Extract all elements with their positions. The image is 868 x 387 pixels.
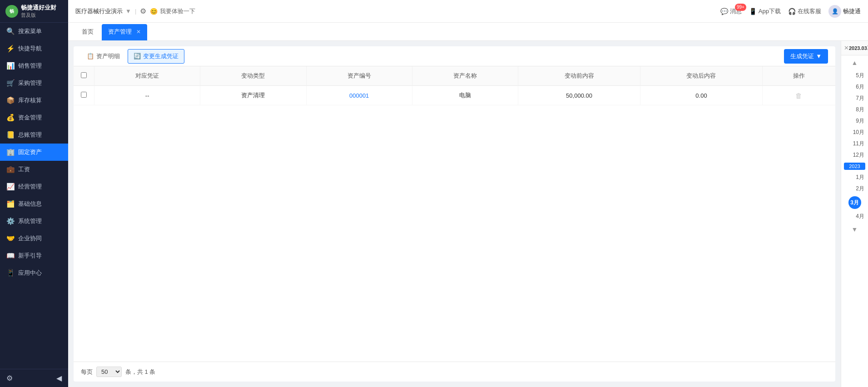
sidebar-item-sales[interactable]: 📊 销售管理: [0, 57, 68, 74]
sidebar-item-ledger[interactable]: 📒 总账管理: [0, 126, 68, 144]
subtab-right: 生成凭证 ▼: [784, 49, 828, 64]
sidebar-item-system[interactable]: ⚙️ 系统管理: [0, 213, 68, 230]
sidebar-item-label: 应用中心: [18, 269, 42, 277]
date-nav-down[interactable]: ▼: [849, 224, 860, 235]
date-panel-header: ✕ 2023.03 ⛶: [841, 41, 868, 55]
td-row-checkbox: [74, 86, 94, 105]
settings-footer-icon[interactable]: ⚙: [6, 374, 13, 382]
th-change-type: 变动类型: [200, 66, 306, 86]
sidebar-item-label: 总账管理: [18, 131, 42, 139]
customer-service-label: 在线客服: [798, 7, 821, 15]
sidebar-item-app-center[interactable]: 📱 应用中心: [0, 264, 68, 282]
avatar: 👤: [828, 5, 841, 18]
headset-icon: 🎧: [788, 8, 796, 15]
month-item-11[interactable]: 11月: [841, 138, 868, 149]
month-item-2[interactable]: 2月: [841, 183, 868, 194]
phone-icon: 📱: [749, 8, 757, 15]
experience-link[interactable]: 😊 我要体验一下: [150, 7, 195, 15]
sidebar-footer: ⚙ ◀: [0, 369, 68, 387]
cart-icon: 🛒: [6, 79, 15, 87]
customer-service-action[interactable]: 🎧 在线客服: [788, 7, 821, 15]
username: 畅捷通: [843, 7, 861, 15]
subtab-asset-detail[interactable]: 📋 资产明细: [81, 49, 126, 64]
topbar: 医疗器械行业演示 ▼ | ⚙ 😊 我要体验一下 💬 消息 99+ 📱 App下载…: [68, 0, 868, 23]
th-after-change: 变动后内容: [640, 66, 763, 86]
month-item-3-selected[interactable]: 3月: [848, 196, 861, 209]
sidebar-item-corp[interactable]: 🤝 企业协同: [0, 230, 68, 247]
th-checkbox: [74, 66, 94, 86]
delete-icon[interactable]: 🗑: [795, 92, 802, 99]
sidebar-item-label: 企业协同: [18, 234, 42, 243]
app-download-action[interactable]: 📱 App下载: [749, 7, 781, 15]
month-item-3-wrapper: 3月: [841, 194, 868, 211]
select-all-checkbox[interactable]: [81, 72, 87, 78]
month-item-1[interactable]: 1月: [841, 172, 868, 183]
message-action[interactable]: 💬 消息 99+: [720, 7, 742, 15]
sidebar-item-search[interactable]: 🔍 搜索菜单: [0, 23, 68, 40]
sidebar-item-label: 采购管理: [18, 79, 42, 87]
company-selector[interactable]: 医疗器械行业演示 ▼: [75, 7, 131, 15]
td-change-type: 资产清理: [200, 86, 306, 105]
message-badge: 99+: [735, 4, 746, 11]
sidebar-item-label: 基础信息: [18, 200, 42, 208]
th-asset-name: 资产名称: [412, 66, 518, 86]
month-item-5[interactable]: 5月: [841, 70, 868, 81]
sidebar-item-fixed-assets[interactable]: 🏢 固定资产: [0, 144, 68, 161]
money-icon: 💰: [6, 114, 15, 122]
trend-icon: 📈: [6, 183, 15, 191]
month-item-12[interactable]: 12月: [841, 149, 868, 161]
month-item-8[interactable]: 8月: [841, 104, 868, 115]
tabbar: 首页 资产管理 ✕: [68, 23, 868, 41]
sidebar-item-guide[interactable]: 📖 新手引导: [0, 247, 68, 264]
date-panel-year-label: 2023.03: [849, 45, 867, 51]
date-nav-up[interactable]: ▲: [849, 57, 860, 68]
th-action: 操作: [762, 66, 835, 86]
tab-home[interactable]: 首页: [75, 24, 100, 40]
lightning-icon: ⚡: [6, 45, 15, 53]
chevron-down-icon: ▼: [125, 8, 131, 15]
sidebar-item-quick-nav[interactable]: ⚡ 快捷导航: [0, 40, 68, 57]
month-item-4[interactable]: 4月: [841, 211, 868, 222]
sidebar-item-label: 系统管理: [18, 217, 42, 225]
gear-icon: ⚙️: [6, 217, 15, 225]
sidebar-item-fund[interactable]: 💰 资金管理: [0, 109, 68, 126]
sidebar: 畅 畅捷通好业财 普及版 🔍 搜索菜单 ⚡ 快捷导航 📊 销售管理 🛒 采购管理…: [0, 0, 68, 387]
table-footer: 每页 10 20 50 100 条，共 1 条: [74, 362, 835, 382]
sidebar-item-label: 库存核算: [18, 96, 42, 104]
generate-voucher-label: 生成凭证: [790, 52, 814, 60]
experience-icon: 😊: [150, 8, 158, 15]
user-action[interactable]: 👤 畅捷通: [828, 5, 861, 18]
subtab-change-voucher[interactable]: 🔄 变更生成凭证: [128, 49, 184, 64]
date-panel-close-icon[interactable]: ✕: [844, 45, 849, 51]
sidebar-item-inventory[interactable]: 📦 库存核算: [0, 92, 68, 109]
th-before-change: 变动前内容: [518, 66, 640, 86]
table-wrapper: 对应凭证 变动类型 资产编号 资产名称 变动前内容 变动后内容 操作: [74, 66, 835, 362]
year-badge: 2023: [844, 163, 865, 170]
page-size-label: 每页: [81, 368, 93, 376]
th-asset-code: 资产编号: [306, 66, 412, 86]
date-panel-scroll: ▲ 5月 6月 7月 8月 9月 10月 11月 12月 2023 1月 2月 …: [841, 55, 868, 387]
main-card: 📋 资产明细 🔄 变更生成凭证 生成凭证 ▼: [74, 46, 835, 382]
month-item-9[interactable]: 9月: [841, 115, 868, 127]
mobile-icon: 📱: [6, 269, 15, 277]
month-item-10[interactable]: 10月: [841, 127, 868, 138]
sidebar-item-purchase[interactable]: 🛒 采购管理: [0, 74, 68, 92]
generate-voucher-button[interactable]: 生成凭证 ▼: [784, 49, 828, 64]
topbar-settings-icon[interactable]: ⚙: [140, 7, 146, 15]
month-item-7[interactable]: 7月: [841, 93, 868, 104]
row-checkbox[interactable]: [81, 92, 87, 98]
tab-asset-mgmt[interactable]: 资产管理 ✕: [102, 24, 147, 40]
data-table: 对应凭证 变动类型 资产编号 资产名称 变动前内容 变动后内容 操作: [74, 66, 835, 105]
page-size-select[interactable]: 10 20 50 100: [96, 367, 122, 377]
sidebar-item-label: 销售管理: [18, 62, 42, 70]
month-item-6[interactable]: 6月: [841, 81, 868, 93]
main-area: 医疗器械行业演示 ▼ | ⚙ 😊 我要体验一下 💬 消息 99+ 📱 App下载…: [68, 0, 868, 387]
tab-close-icon[interactable]: ✕: [136, 29, 141, 35]
briefcase-icon: 💼: [6, 165, 15, 174]
collapse-icon[interactable]: ◀: [56, 374, 62, 382]
sidebar-item-salary[interactable]: 💼 工资: [0, 161, 68, 178]
sidebar-item-business[interactable]: 📈 经营管理: [0, 178, 68, 195]
sidebar-item-base-info[interactable]: 🗂️ 基础信息: [0, 195, 68, 213]
table-header-row: 对应凭证 变动类型 资产编号 资产名称 变动前内容 变动后内容 操作: [74, 66, 835, 86]
company-name: 医疗器械行业演示: [75, 7, 123, 15]
